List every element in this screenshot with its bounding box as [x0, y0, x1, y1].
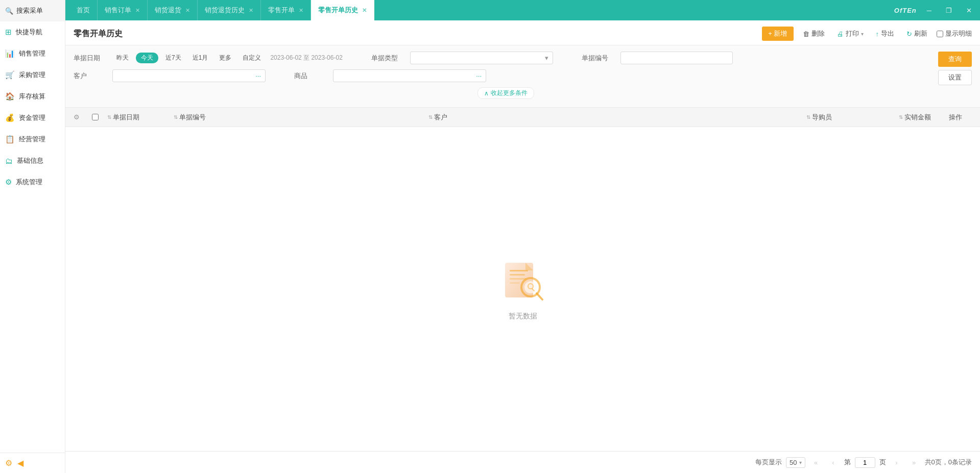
sidebar-label-inventory: 库存核算 — [19, 92, 45, 101]
search-icon: 🔍 — [5, 7, 13, 15]
sidebar-nav: ⊞快捷导航📊销售管理🛒采购管理🏠库存核算💰资金管理📋经营管理🗂基础信息⚙系统管理 — [0, 21, 65, 193]
filter-setting-button[interactable]: 设置 — [938, 70, 972, 85]
sidebar-label-finance: 资金管理 — [19, 113, 45, 122]
sidebar-item-inventory[interactable]: 🏠库存核算 — [0, 86, 65, 107]
tab-sales-return-history[interactable]: 销货退货历史✕ — [198, 0, 261, 20]
page-size-label: 每页显示 — [755, 458, 782, 467]
sort-amount-icon[interactable]: ⇅ — [899, 114, 903, 120]
sidebar-icon-finance: 💰 — [5, 113, 15, 122]
minimize-btn[interactable]: ─ — [923, 6, 936, 15]
query-button[interactable]: 查询 — [938, 52, 972, 67]
order-no-label: 单据编号 — [582, 54, 612, 63]
new-button[interactable]: + 新增 — [762, 27, 793, 41]
tab-home[interactable]: 首页 — [69, 0, 98, 20]
sidebar-icon-base-info: 🗂 — [5, 157, 13, 165]
page-num-input[interactable] — [855, 457, 875, 468]
page-label: 第 — [844, 458, 851, 467]
sidebar-icon-operations: 📋 — [5, 135, 15, 144]
sort-customer-icon[interactable]: ⇅ — [428, 114, 433, 120]
tab-close-sales-return[interactable]: ✕ — [185, 7, 190, 14]
sidebar-item-purchase-mgmt[interactable]: 🛒采购管理 — [0, 64, 65, 86]
sidebar-item-sales-mgmt[interactable]: 📊销售管理 — [0, 43, 65, 64]
sidebar-label-operations: 经营管理 — [19, 135, 45, 144]
collapse-sidebar-icon[interactable]: ◀ — [17, 458, 23, 468]
order-no-input[interactable] — [620, 52, 733, 64]
last7-btn[interactable]: 近7天 — [161, 53, 185, 63]
table-header: ⚙ ⇅ 单据日期 ⇅ 单据编号 ⇅ 客户 ⇅ 导购员 — [65, 108, 980, 127]
tab-retail-open[interactable]: 零售开单✕ — [261, 0, 311, 20]
goods-ellipsis-icon: ··· — [476, 72, 482, 80]
collapse-up-icon: ∧ — [484, 90, 489, 97]
next-page-btn[interactable]: › — [890, 456, 903, 469]
export-button[interactable]: ↑ 导出 — [873, 27, 898, 40]
sort-guide-icon[interactable]: ⇅ — [806, 114, 810, 120]
th-amount: ⇅ 实销金额 — [864, 113, 935, 122]
custom-date-btn[interactable]: 自定义 — [238, 53, 265, 63]
sidebar-item-sys-mgmt[interactable]: ⚙系统管理 — [0, 171, 65, 193]
collapse-btn[interactable]: ∧ 收起更多条件 — [477, 87, 534, 99]
refresh-button[interactable]: ↻ 刷新 — [903, 27, 930, 40]
sidebar-search-label: 搜索采单 — [16, 6, 43, 15]
delete-icon: 🗑 — [803, 30, 809, 38]
page-suffix: 页 — [879, 458, 886, 467]
th-checkbox[interactable] — [88, 114, 103, 120]
first-page-btn[interactable]: « — [809, 456, 823, 469]
display-detail-check[interactable] — [937, 31, 943, 37]
customer-select[interactable]: ··· — [112, 69, 266, 82]
delete-label: 删除 — [811, 29, 825, 38]
tab-close-retail-history[interactable]: ✕ — [362, 7, 367, 14]
sort-no-icon[interactable]: ⇅ — [174, 114, 178, 120]
yesterday-btn[interactable]: 昨天 — [112, 53, 133, 63]
sidebar-item-operations[interactable]: 📋经营管理 — [0, 129, 65, 150]
tab-label-sales-order: 销售订单 — [105, 6, 131, 15]
filter-top-row: 单据日期 昨天 今天 近7天 近1月 更多 自定义 2023-06-02 至 2… — [74, 52, 972, 101]
goods-label: 商品 — [294, 71, 325, 81]
customer-label: 客户 — [74, 71, 104, 81]
tab-close-sales-return-history[interactable]: ✕ — [249, 7, 253, 14]
settings-bottom-icon[interactable]: ⚙ — [5, 458, 12, 468]
th-action: 操作 — [935, 113, 976, 122]
sidebar-item-quick-nav[interactable]: ⊞快捷导航 — [0, 21, 65, 43]
delete-button[interactable]: 🗑 删除 — [800, 27, 828, 40]
th-date-label: 单据日期 — [113, 113, 139, 122]
prev-page-btn[interactable]: ‹ — [827, 456, 840, 469]
restore-btn[interactable]: ❐ — [942, 6, 956, 15]
tab-sales-return[interactable]: 销货退货✕ — [148, 0, 198, 20]
tab-close-sales-order[interactable]: ✕ — [135, 7, 140, 14]
svg-point-7 — [524, 281, 537, 293]
more-date-btn[interactable]: 更多 — [215, 53, 235, 63]
last-month-btn[interactable]: 近1月 — [188, 53, 212, 63]
sidebar-item-finance[interactable]: 💰资金管理 — [0, 107, 65, 129]
sidebar-search[interactable]: 🔍 搜索采单 — [0, 0, 65, 21]
tab-close-retail-open[interactable]: ✕ — [299, 7, 303, 14]
last-page-btn[interactable]: » — [907, 456, 921, 469]
sidebar-icon-sys-mgmt: ⚙ — [5, 178, 12, 187]
collapse-row: ∧ 收起更多条件 — [74, 85, 938, 101]
sort-date-icon[interactable]: ⇅ — [107, 114, 111, 120]
sidebar-icon-quick-nav: ⊞ — [5, 28, 12, 37]
th-guide: ⇅ 导购员 — [802, 113, 864, 122]
total-info: 共0页，0条记录 — [925, 458, 972, 467]
th-no: ⇅ 单据编号 — [170, 113, 424, 122]
th-settings[interactable]: ⚙ — [69, 113, 88, 121]
tab-bar-right: OfTEn ─ ❐ ✕ — [894, 6, 976, 15]
tab-retail-history[interactable]: 零售开单历史✕ — [311, 0, 374, 20]
today-btn[interactable]: 今天 — [136, 53, 158, 63]
svg-rect-2 — [510, 274, 525, 276]
select-all-checkbox[interactable] — [92, 114, 99, 120]
print-button[interactable]: 🖨 打印 ▾ — [834, 27, 867, 40]
goods-select[interactable]: ··· — [333, 69, 486, 82]
display-detail-checkbox[interactable]: 显示明细 — [937, 29, 972, 38]
sidebar-label-purchase-mgmt: 采购管理 — [19, 70, 45, 80]
th-date: ⇅ 单据日期 — [103, 113, 170, 122]
empty-text: 暂无数据 — [509, 312, 537, 321]
svg-rect-3 — [510, 278, 527, 280]
print-label: 打印 — [846, 29, 859, 38]
page-size-select[interactable]: 50 ▾ — [786, 457, 805, 468]
sidebar-item-base-info[interactable]: 🗂基础信息 — [0, 150, 65, 171]
tab-sales-order[interactable]: 销售订单✕ — [98, 0, 148, 20]
filter-area: 单据日期 昨天 今天 近7天 近1月 更多 自定义 2023-06-02 至 2… — [65, 45, 980, 108]
pagination: 每页显示 50 ▾ « ‹ 第 页 › » 共0页，0条记录 — [65, 451, 980, 473]
order-type-select[interactable]: ▾ — [410, 52, 553, 64]
close-btn[interactable]: ✕ — [962, 6, 976, 15]
